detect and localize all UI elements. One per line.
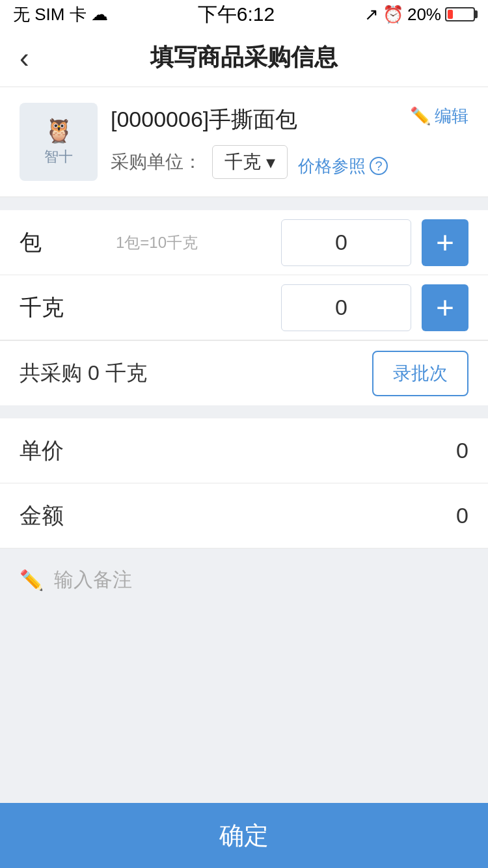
product-logo-text: 智十 [44, 147, 73, 167]
bag-label: 包 [20, 228, 111, 258]
product-info: [0000006]手撕面包 ✏️ 编辑 采购单位： 千克 ▾ 价格参照 ? [111, 105, 468, 179]
bag-input-row: 包 1包=10千克 + [0, 210, 488, 275]
product-image: 🦉 智十 [20, 103, 98, 181]
product-card: 🦉 智十 [0000006]手撕面包 ✏️ 编辑 采购单位： 千克 ▾ 价格参照 [0, 87, 488, 197]
unit-select[interactable]: 千克 ▾ [212, 145, 288, 179]
bag-quantity-input[interactable] [281, 219, 411, 266]
unit-label: 采购单位： [111, 150, 202, 174]
bag-plus-button[interactable]: + [422, 219, 468, 266]
product-logo: 🦉 [44, 117, 74, 144]
unit-price-row: 单价 0 [0, 418, 488, 483]
input-section: 包 1包=10千克 + 千克 + [0, 210, 488, 340]
page-title: 填写商品采购信息 [150, 42, 338, 74]
pencil-icon: ✏️ [20, 569, 44, 591]
bag-sublabel: 1包=10千克 [116, 232, 198, 253]
info-icon: ? [370, 157, 388, 175]
edit-label: 编辑 [435, 105, 468, 128]
amount-label: 金额 [20, 501, 456, 531]
product-name: [0000006]手撕面包 [111, 105, 297, 135]
price-section: 单价 0 金额 0 [0, 418, 488, 549]
section-divider-2 [0, 405, 488, 418]
plus-icon: + [436, 224, 454, 260]
confirm-button[interactable]: 确定 [0, 803, 488, 868]
status-left: 无 SIM 卡 ☁ [13, 3, 108, 26]
location-icon: ↗ [364, 5, 379, 25]
alarm-icon: ⏰ [383, 5, 403, 25]
plus-icon-2: + [436, 290, 454, 325]
status-bar: 无 SIM 卡 ☁ 下午6:12 ↗ ⏰ 20% [0, 0, 488, 29]
unit-value: 千克 [224, 150, 261, 174]
bag-input-field: + [198, 219, 468, 266]
empty-area [0, 612, 488, 807]
nav-bar: ‹ 填写商品采购信息 [0, 29, 488, 87]
unit-price-label: 单价 [20, 436, 456, 466]
edit-button[interactable]: ✏️ 编辑 [410, 105, 468, 128]
summary-text: 共采购 0 千克 [20, 359, 372, 388]
amount-row: 金额 0 [0, 483, 488, 549]
status-time: 下午6:12 [198, 1, 275, 28]
section-divider-1 [0, 197, 488, 210]
kg-input-field: + [111, 284, 468, 331]
kg-input-row: 千克 + [0, 275, 488, 340]
price-ref-button[interactable]: 价格参照 ? [298, 155, 388, 178]
summary-row: 共采购 0 千克 录批次 [0, 340, 488, 405]
status-right: ↗ ⏰ 20% [364, 5, 475, 25]
unit-price-value: 0 [456, 438, 468, 463]
battery-icon [445, 7, 475, 21]
price-ref-label: 价格参照 [298, 155, 366, 178]
battery-percent: 20% [407, 5, 441, 25]
remark-section[interactable]: ✏️ 输入备注 [0, 549, 488, 612]
amount-value: 0 [456, 503, 468, 528]
chevron-down-icon: ▾ [266, 152, 275, 173]
kg-quantity-input[interactable] [281, 284, 411, 331]
kg-plus-button[interactable]: + [422, 284, 468, 331]
edit-icon: ✏️ [410, 106, 431, 126]
back-button[interactable]: ‹ [20, 44, 29, 72]
kg-label: 千克 [20, 293, 111, 323]
remark-placeholder: 输入备注 [54, 567, 132, 593]
batch-button[interactable]: 录批次 [372, 351, 468, 396]
